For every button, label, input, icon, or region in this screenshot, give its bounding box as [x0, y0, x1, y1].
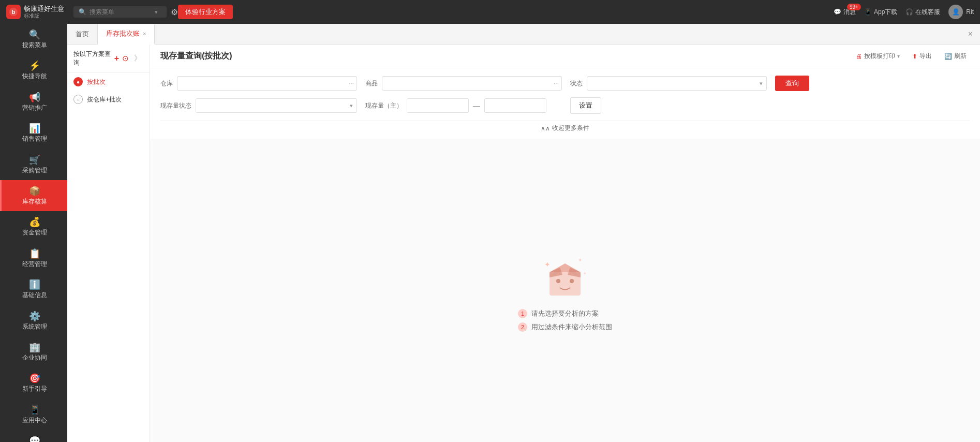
app-download-button[interactable]: 📱 App下载	[864, 8, 897, 17]
step-1-text: 请先选择要分析的方案	[531, 309, 599, 318]
trial-button[interactable]: 体验行业方案	[178, 5, 233, 19]
tab-inventory-batch[interactable]: 库存批次账 ×	[98, 24, 155, 45]
sidebar-item-business[interactable]: 📋 经营管理	[0, 243, 67, 274]
left-panel: 按以下方案查询 + ⊙ 》 ● 按批次 ○ 按仓库+批次	[67, 45, 150, 442]
messages-button[interactable]: 💬 消息 99+	[834, 8, 856, 17]
refresh-button[interactable]: 🔄 刷新	[941, 50, 970, 63]
messages-badge: 99+	[847, 4, 861, 10]
user-menu[interactable]: 👤 Rit	[948, 5, 974, 19]
print-button[interactable]: 🖨 按模板打印 ▾	[853, 50, 903, 63]
sidebar-item-quick-nav[interactable]: ⚡ 快捷导航	[0, 55, 67, 86]
right-content: 现存量查询(按批次) 🖨 按模板打印 ▾ ⬆ 导出 🔄	[150, 45, 980, 442]
settings-button[interactable]: 设置	[570, 97, 601, 114]
sidebar: 🔍 搜索菜单 ⚡ 快捷导航 📢 营销推广 📊 销售管理 🛒 采购管理 📦 库存核…	[0, 24, 67, 442]
goods-input[interactable]	[382, 76, 562, 91]
online-service-button[interactable]: 🎧 在线客服	[905, 8, 940, 17]
quick-nav-icon: ⚡	[29, 61, 40, 70]
enterprise-icon: 🏢	[29, 343, 40, 352]
collapse-filter-label: 收起更多条件	[552, 124, 589, 132]
tab-bar-right: ×	[966, 27, 980, 41]
query-button[interactable]: 查询	[775, 76, 809, 91]
svg-point-7	[570, 279, 574, 283]
dropdown-icon[interactable]: ▾	[155, 9, 158, 16]
gear-icon[interactable]: ⚙	[171, 7, 178, 17]
sidebar-item-system[interactable]: ⚙️ 系统管理	[0, 305, 67, 336]
refresh-icon: 🔄	[944, 53, 952, 60]
scheme-settings-icon[interactable]: ⊙	[122, 54, 129, 63]
add-scheme-icon[interactable]: +	[114, 54, 119, 63]
scheme-warehouse-batch-label: 按仓库+批次	[87, 95, 122, 104]
app-logo-icon: b	[6, 5, 21, 19]
scheme-item-batch[interactable]: ● 按批次	[67, 73, 150, 91]
topbar-search-box[interactable]: 🔍 ▾	[73, 6, 167, 18]
marketing-icon: 📢	[29, 93, 40, 102]
topbar-actions: 💬 消息 99+ 📱 App下载 🎧 在线客服 👤 Rit	[834, 5, 974, 19]
svg-text:✦: ✦	[583, 271, 587, 276]
main-layout: 🔍 搜索菜单 ⚡ 快捷导航 📢 营销推广 📊 销售管理 🛒 采购管理 📦 库存核…	[0, 24, 980, 442]
inventory-icon: 📦	[29, 186, 40, 196]
user-name: Rit	[966, 8, 974, 16]
goods-input-wrapper: ···	[382, 76, 562, 91]
app-download-icon: 📱	[864, 8, 872, 16]
sidebar-item-search[interactable]: 🔍 搜索菜单	[0, 24, 67, 55]
print-icon: 🖨	[856, 53, 862, 60]
sidebar-item-enterprise-wechat[interactable]: 💬 企业微信	[0, 430, 67, 442]
export-button[interactable]: ⬆ 导出	[909, 50, 935, 63]
sidebar-item-purchase[interactable]: 🛒 采购管理	[0, 149, 67, 180]
app-logo-text: 畅康通好生意 标准版	[24, 5, 64, 19]
headset-icon: 🎧	[905, 8, 913, 16]
newbie-icon: 🎯	[29, 374, 40, 383]
basic-icon: ℹ️	[29, 280, 40, 289]
empty-step-2: 2 用过滤条件来缩小分析范围	[518, 322, 612, 332]
finance-icon: 💰	[29, 217, 40, 227]
sidebar-item-marketing[interactable]: 📢 营销推广	[0, 86, 67, 117]
inventory-status-select[interactable]: 全部 有库存 无库存	[196, 98, 357, 113]
topbar: b 畅康通好生意 标准版 🔍 ▾ ⚙ 体验行业方案 💬 消息 99+ 📱 App…	[0, 0, 980, 24]
collapse-filter-btn[interactable]: ∧∧ 收起更多条件	[160, 120, 970, 135]
inventory-qty-max-input[interactable]	[484, 98, 546, 113]
scheme-warehouse-batch-icon: ○	[73, 95, 83, 104]
warehouse-input[interactable]	[177, 76, 357, 91]
empty-steps: 1 请先选择要分析的方案 2 用过滤条件来缩小分析范围	[518, 309, 612, 332]
sidebar-item-finance[interactable]: 💰 资金管理	[0, 211, 67, 242]
app-logo: b 畅康通好生意 标准版	[6, 5, 73, 19]
sidebar-item-sales[interactable]: 📊 销售管理	[0, 117, 67, 149]
business-icon: 📋	[29, 249, 40, 258]
sidebar-item-app-center[interactable]: 📱 应用中心	[0, 399, 67, 430]
online-service-label: 在线客服	[915, 8, 940, 17]
home-tab-label: 首页	[76, 30, 89, 39]
qty-dash: —	[473, 101, 480, 110]
tab-bar-close-button[interactable]: ×	[966, 27, 975, 41]
sidebar-item-inventory[interactable]: 📦 库存核算	[0, 180, 67, 211]
goods-more-icon[interactable]: ···	[554, 80, 559, 87]
collapse-up-icon: ∧∧	[541, 125, 550, 132]
inventory-status-select-wrapper: 全部 有库存 无库存 ▾	[196, 98, 357, 113]
print-dropdown-arrow[interactable]: ▾	[897, 53, 900, 59]
svg-text:b: b	[12, 9, 16, 15]
purchase-icon: 🛒	[29, 155, 40, 165]
sidebar-item-basic[interactable]: ℹ️ 基础信息	[0, 274, 67, 305]
sidebar-item-enterprise[interactable]: 🏢 企业协同	[0, 336, 67, 367]
scheme-batch-icon: ●	[73, 77, 83, 86]
collapse-left-panel-icon[interactable]: 》	[132, 53, 143, 64]
step-2-number: 2	[518, 322, 527, 332]
active-tab-label: 库存批次账	[106, 29, 140, 38]
topbar-center: 体验行业方案	[178, 5, 834, 19]
page-title-actions: 🖨 按模板打印 ▾ ⬆ 导出 🔄 刷新	[853, 50, 970, 63]
inventory-qty-min-input[interactable]	[407, 98, 469, 113]
search-input[interactable]	[90, 8, 152, 16]
app-center-icon: 📱	[29, 405, 40, 415]
step-1-number: 1	[518, 309, 527, 318]
warehouse-more-icon[interactable]: ···	[349, 80, 354, 87]
sidebar-item-newbie[interactable]: 🎯 新手引导	[0, 367, 67, 399]
tab-close-icon[interactable]: ×	[143, 31, 146, 37]
status-filter-field: 状态 全部 正常 停用 ▾	[570, 76, 767, 91]
status-select[interactable]: 全部 正常 停用	[587, 76, 767, 91]
inventory-qty-filter-field: 现存量（主） —	[365, 98, 562, 113]
inventory-status-filter-field: 现存量状态 全部 有库存 无库存 ▾	[160, 98, 357, 113]
refresh-label: 刷新	[954, 52, 967, 61]
warehouse-filter-field: 仓库 ···	[160, 76, 357, 91]
scheme-item-warehouse-batch[interactable]: ○ 按仓库+批次	[67, 91, 150, 108]
inventory-qty-label: 现存量（主）	[365, 101, 403, 110]
tab-home[interactable]: 首页	[67, 24, 98, 44]
